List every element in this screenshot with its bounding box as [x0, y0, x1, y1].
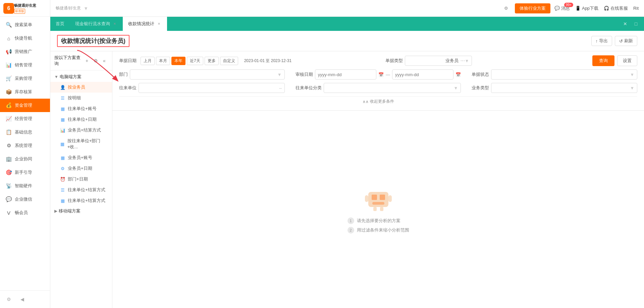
header-settings-btn[interactable]: ⚙	[501, 4, 511, 13]
filter-action-btns: 查询 设置	[592, 55, 637, 66]
counterpart-type-arrow-icon: ▼	[453, 86, 458, 91]
nav-arrow-icon[interactable]: ▼	[84, 6, 88, 11]
empty-step-2: 2 用过滤条件来缩小分析范围	[347, 227, 409, 234]
scheme-item-0-6[interactable]: ▦ 业务员+账号	[50, 152, 112, 163]
sidebar-item-search[interactable]: 🔍 搜索菜单	[0, 18, 50, 32]
tab-close-window-btn[interactable]: ✕	[621, 20, 629, 28]
filter-row-3: 往来单位 ··· 往来单位分类 ▼	[119, 83, 637, 93]
scheme-group-1: ▶ 移动端方案	[50, 206, 112, 216]
scheme-item-0-3[interactable]: ▦ 往来单位+日期	[50, 114, 112, 125]
sidebar-item-sales[interactable]: 📊 销售管理	[0, 58, 50, 72]
sidebar-item-enterprise[interactable]: 🏢 企业协同	[0, 152, 50, 166]
sidebar-item-purchase[interactable]: 🛒 采购管理	[0, 72, 50, 85]
nav-label-system: 系统管理	[15, 143, 32, 149]
counterpart-input[interactable]: ···	[139, 83, 285, 93]
tab-receipts[interactable]: 收款情况统计×	[123, 17, 167, 31]
doc-status-arrow-icon: ▼	[630, 72, 634, 77]
header-user: Rit	[633, 6, 639, 11]
panel-collapse-btn[interactable]: «	[101, 57, 108, 64]
empty-steps: 1 请先选择要分析的方案 2 用过滤条件来缩小分析范围	[347, 217, 409, 234]
sidebar-item-marketing[interactable]: 📢 营销推广	[0, 45, 50, 58]
scheme-item-label-0-2: 往来单位+账号	[68, 106, 97, 112]
counterpart-type-select[interactable]: ▼	[324, 83, 461, 93]
scheme-item-label-0-3: 往来单位+日期	[68, 116, 97, 122]
page-content: 收款情况统计(按业务员) ↑ 导出 ↺ 刷新 按以下方案查询 +	[50, 31, 644, 308]
group-label-1: 移动端方案	[59, 208, 80, 214]
sidebar-item-guide[interactable]: 🎯 新手引导	[0, 166, 50, 179]
business-type-select[interactable]: ▼	[491, 83, 637, 93]
scheme-item-0-10[interactable]: ▦ 往来单位+结算方式	[50, 195, 112, 206]
service-icon: 🎧	[604, 6, 609, 11]
tab-home[interactable]: 首页	[50, 17, 70, 31]
tab-close-btn-bankflow[interactable]: ×	[112, 21, 117, 27]
filter-settings-btn[interactable]: 设置	[617, 55, 637, 66]
scheme-settings-btn[interactable]: ⚙	[92, 57, 99, 64]
doc-status-select[interactable]: ▼	[491, 69, 637, 80]
sidebar-item-basic[interactable]: 📋 基础信息	[0, 125, 50, 139]
collapse-chevron-icon: ∧∧	[363, 99, 369, 104]
scheme-item-0-7[interactable]: ⚙ 业务员+日期	[50, 163, 112, 174]
group-arrow-icon-1: ▶	[54, 209, 57, 213]
dept-select[interactable]: ▼	[130, 69, 285, 80]
scheme-item-icon-0-6: ▦	[60, 155, 66, 161]
scheme-item-0-2[interactable]: ▦ 往来单位+账号	[50, 103, 112, 114]
tab-close-btn-receipts[interactable]: ×	[156, 21, 162, 27]
date-btn-5[interactable]: 自定义	[220, 57, 238, 65]
calendar-icon-end[interactable]: 📅	[455, 72, 461, 77]
export-btn[interactable]: ↑ 导出	[591, 36, 612, 46]
trial-btn[interactable]: 体验行业方案	[515, 3, 550, 13]
tab-label-bankflow: 现金银行流水查询	[75, 21, 110, 27]
date-btn-4[interactable]: 更多	[205, 57, 219, 65]
salesman-dots[interactable]: ···	[461, 58, 465, 64]
scheme-item-0-8[interactable]: ⏰ 部门+日期	[50, 174, 112, 185]
query-btn[interactable]: 查询	[592, 55, 614, 66]
refresh-btn[interactable]: ↺ 刷新	[615, 36, 637, 46]
scheme-item-0-0[interactable]: 👤 按业务员	[50, 82, 112, 93]
date-btn-0[interactable]: 上月	[141, 57, 155, 65]
calendar-icon-start[interactable]: 📅	[378, 72, 384, 77]
header-app-btn[interactable]: 📱 App下载	[575, 5, 598, 11]
sidebar-collapse-btn[interactable]: ◀	[17, 294, 28, 305]
scheme-group-header-0[interactable]: ▼ 电脑端方案	[50, 72, 112, 82]
sidebar-item-inventory[interactable]: 📦 库存核算	[0, 85, 50, 99]
filter-row-1: 单据日期 上月本月本年近7天更多自定义 2023-01-01 至 2023-12…	[119, 55, 637, 66]
scheme-item-0-1[interactable]: ☰ 按明细	[50, 93, 112, 103]
date-btn-2[interactable]: 本年	[171, 57, 185, 65]
date-dash: —	[386, 72, 390, 77]
scheme-item-0-4[interactable]: 📊 业务员+结算方式	[50, 125, 112, 136]
tab-maximize-btn[interactable]: □	[632, 20, 640, 28]
sidebar-item-hardware[interactable]: 📡 智能硬件	[0, 179, 50, 193]
date-btn-1[interactable]: 本月	[156, 57, 170, 65]
app-icon: 📱	[575, 6, 581, 11]
date-label: 单据日期	[119, 58, 137, 64]
header-message-btn[interactable]: 💬 消息 99+	[554, 5, 570, 11]
header-service-btn[interactable]: 🎧 在线客服	[604, 5, 628, 11]
nav-label-finance: 资金管理	[15, 102, 32, 108]
message-badge: 99+	[564, 3, 573, 7]
scheme-group-header-1[interactable]: ▶ 移动端方案	[50, 206, 112, 216]
sidebar-item-quicknav[interactable]: ⌂ 快捷导航	[0, 32, 50, 45]
sidebar-item-wechat[interactable]: 💬 企业微信	[0, 193, 50, 206]
counterpart-dots[interactable]: ···	[279, 86, 282, 91]
date-range: 2023-01-01 至 2023-12-31	[244, 58, 291, 64]
nav-label-member: 畅会员	[15, 210, 28, 216]
review-date-start[interactable]	[315, 69, 376, 80]
scheme-item-0-5[interactable]: ▦ 按往来单位+部门+收...	[50, 136, 112, 152]
nav-icon-enterprise: 🏢	[5, 156, 12, 162]
tab-bankflow[interactable]: 现金银行流水查询×	[70, 17, 123, 31]
nav-icon-basic: 📋	[5, 129, 12, 136]
sidebar-settings-btn[interactable]: ⚙	[3, 294, 14, 305]
sidebar-item-system[interactable]: ⚙ 系统管理	[0, 139, 50, 152]
date-btn-3[interactable]: 近7天	[187, 57, 203, 65]
scheme-item-0-9[interactable]: ☰ 往来单位+结算方式	[50, 185, 112, 195]
sidebar-item-finance[interactable]: 💰 资金管理	[0, 99, 50, 112]
scheme-item-icon-0-4: 📊	[60, 127, 66, 133]
nav-icon-inventory: 📦	[5, 89, 12, 95]
add-scheme-btn[interactable]: +	[83, 57, 91, 64]
sidebar-item-operation[interactable]: 📈 经营管理	[0, 112, 50, 125]
nav-label-marketing: 营销推广	[15, 49, 32, 55]
collapse-btn[interactable]: ∧∧ 收起更多条件	[363, 99, 394, 104]
logo-text: 畅捷通好生意	[14, 3, 36, 8]
review-date-end[interactable]	[392, 69, 453, 80]
sidebar-item-member[interactable]: V 畅会员	[0, 206, 50, 219]
